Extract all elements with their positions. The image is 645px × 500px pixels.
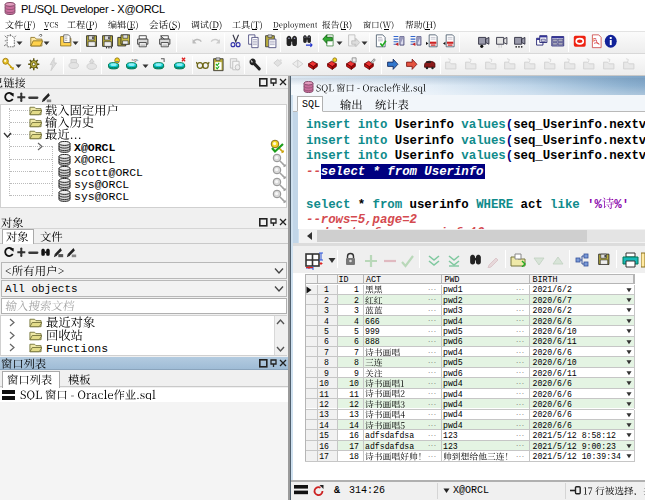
svg-text:SQL: SQL xyxy=(132,58,140,62)
